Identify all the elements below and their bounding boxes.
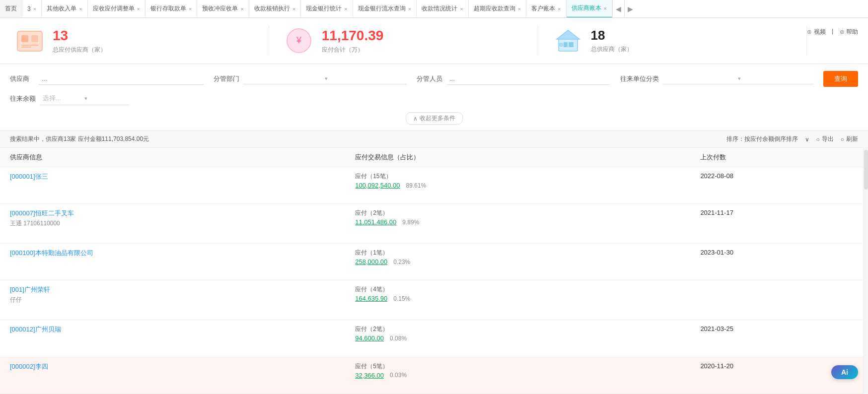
result-actions: 排序：按应付余额倒序排序 ∨ ○ 导出 ○ 刷新 [726, 135, 859, 143]
amount-row: 32,366.000.03% [355, 372, 680, 379]
supplier-link[interactable]: [000001]张三 [10, 173, 48, 180]
supplier-info-cell: [000100]本特勤油品有限公司 [0, 244, 345, 280]
tx-info-cell: 应付（2笔）94,600.000.08% [345, 320, 690, 357]
nav-tab-adjust[interactable]: 应收应付调整单 × [88, 0, 145, 18]
nav-prev-arrow[interactable]: ◀ [612, 0, 624, 18]
close-icon[interactable]: × [292, 6, 295, 12]
nav-tab-supplier-book-label: 供应商账本 [572, 4, 601, 12]
tx-label: 应付（2笔） [355, 209, 680, 217]
amount-value[interactable]: 164,635.90 [355, 295, 387, 302]
filter-supplier: 供应商 [10, 73, 204, 85]
payable-total-amount: 11,170.39 [322, 27, 384, 44]
balance-select-value: 选择... [43, 94, 84, 103]
filter-row-1: 供应商 分管部门 ▾ 分管人员 往来单位分类 ▾ [10, 71, 858, 87]
export-label: 导出 [822, 135, 834, 143]
page-container: 首页 3 × 其他收入单 × 应收应付调整单 × 银行存取款单 × 预收冲应收单… [0, 0, 868, 394]
top-right-links: ⊙ 视频 丨 ⊙ 帮助 [807, 26, 858, 36]
tx-label: 应付（5笔） [355, 362, 680, 371]
filter-person: 分管人员 [417, 73, 610, 85]
amount-value[interactable]: 258,000.00 [355, 258, 387, 265]
close-icon[interactable]: × [79, 6, 82, 12]
close-icon[interactable]: × [33, 6, 36, 12]
close-icon[interactable]: × [408, 6, 411, 12]
ai-button[interactable]: Ai [831, 365, 858, 379]
tx-info-cell: 应付（2笔）11,051,486.009.89% [345, 204, 690, 244]
summary-text-payable: 13 总应付供应商（家） [53, 27, 106, 55]
tx-info-cell: 应付（15笔）100,092,540.0089.61% [345, 167, 690, 204]
nav-tab-home[interactable]: 首页 [0, 0, 22, 18]
payable-suppliers-count: 13 [53, 27, 106, 44]
nav-tab-adjust-label: 应收应付调整单 [93, 4, 135, 13]
collapse-button[interactable]: ∧ 收起更多条件 [406, 112, 463, 125]
export-button[interactable]: ○ 导出 [816, 135, 834, 143]
dept-select[interactable]: ▾ [243, 73, 407, 84]
result-bar: 搜索结果中，供应商13家 应付金额111,703,854.00元 排序：按应付余… [0, 131, 868, 148]
nav-tab-other-income[interactable]: 其他收入单 × [42, 0, 87, 18]
close-icon[interactable]: × [604, 5, 607, 11]
refresh-icon: ○ [841, 136, 844, 143]
scrollbar-thumb[interactable] [864, 150, 868, 190]
amount-value[interactable]: 94,600.00 [355, 334, 384, 342]
dept-dropdown-arrow: ▾ [325, 75, 404, 82]
close-icon[interactable]: × [137, 6, 140, 12]
video-label: 视频 [814, 28, 826, 35]
last-payment-cell: 2021-03-25 [690, 320, 863, 357]
summary-item-payable-suppliers: 13 总应付供应商（家） [10, 26, 269, 56]
nav-tab-overdue[interactable]: 超期应收款查询 × [469, 0, 526, 18]
category-select[interactable]: ▾ [663, 73, 814, 84]
close-icon[interactable]: × [344, 6, 347, 12]
nav-tab-cash-flow[interactable]: 现金银行流水查询 × [353, 0, 417, 18]
tx-label: 应付（2笔） [355, 325, 680, 333]
close-icon[interactable]: × [189, 6, 192, 12]
balance-select[interactable]: 选择... ▾ [40, 92, 129, 105]
table-header-row: 供应商信息 应付交易信息（占比） 上次付数 [0, 148, 863, 167]
person-input[interactable] [446, 73, 610, 85]
supplier-link[interactable]: [000100]本特勤油品有限公司 [10, 249, 93, 257]
refresh-button[interactable]: ○ 刷新 [841, 135, 858, 143]
balance-dropdown-arrow: ▾ [84, 95, 126, 102]
amount-value[interactable]: 11,051,486.00 [355, 218, 396, 226]
nav-tab-3[interactable]: 3 × [22, 0, 42, 18]
help-label: 帮助 [846, 28, 858, 35]
person-label: 分管人员 [417, 74, 442, 83]
nav-tab-cash-stat[interactable]: 现金银行统计 × [301, 0, 353, 18]
summary-bar: 13 总应付供应商（家） ¥ 11,170.39 应付合计（万） [0, 18, 868, 64]
sort-arrow-icon[interactable]: ∨ [805, 136, 809, 143]
category-label: 往来单位分类 [620, 74, 659, 83]
nav-tab-receipt-stat[interactable]: 收款情况统计 × [417, 0, 468, 18]
nav-tab-3-label: 3 [27, 5, 31, 12]
close-icon[interactable]: × [558, 6, 561, 12]
nav-tab-prepay[interactable]: 预收冲应收单 × [197, 0, 249, 18]
amount-icon: ¥ [284, 26, 314, 56]
supplier-link[interactable]: [001]广州荣轩 [10, 286, 50, 293]
supplier-link[interactable]: [000002]李四 [10, 363, 48, 370]
video-link[interactable]: ⊙ 视频 [807, 28, 825, 36]
table-row: [000007]恒旺二手叉车王通 17106110000应付（2笔）11,051… [0, 204, 863, 244]
supplier-link[interactable]: [000012]广州贝瑞 [10, 326, 61, 333]
nav-tab-home-label: 首页 [5, 4, 17, 13]
amount-percentage: 9.89% [402, 219, 419, 226]
supplier-link[interactable]: [000007]恒旺二手叉车 [10, 209, 74, 217]
nav-tab-supplier-book[interactable]: 供应商账本 × [567, 0, 612, 18]
supplier-payable-icon [15, 26, 45, 56]
supplier-input[interactable] [39, 73, 204, 85]
nav-tab-customer-book[interactable]: 客户账本 × [526, 0, 566, 18]
amount-value[interactable]: 100,092,540.00 [355, 182, 400, 189]
result-info-text: 搜索结果中，供应商13家 应付金额111,703,854.00元 [10, 135, 726, 143]
filter-row-2: 往来余额 选择... ▾ [10, 92, 858, 105]
tx-label: 应付（4笔） [355, 285, 680, 294]
nav-next-arrow[interactable]: ▶ [624, 0, 636, 18]
amount-row: 100,092,540.0089.61% [355, 182, 680, 189]
close-icon[interactable]: × [460, 6, 463, 12]
table-row: [000001]张三应付（15笔）100,092,540.0089.61%202… [0, 167, 863, 204]
nav-tab-bank[interactable]: 银行存取款单 × [145, 0, 197, 18]
help-link[interactable]: ⊙ 帮助 [840, 28, 858, 36]
close-icon[interactable]: × [240, 6, 243, 12]
query-button[interactable]: 查询 [823, 71, 858, 87]
nav-tab-collection[interactable]: 收款核销执行 × [249, 0, 301, 18]
tx-info-cell: 应付（5笔）32,366.000.03% [345, 357, 690, 394]
nav-tab-cash-flow-label: 现金银行流水查询 [358, 4, 406, 13]
scrollbar-track[interactable] [863, 148, 868, 394]
close-icon[interactable]: × [518, 6, 521, 12]
amount-value[interactable]: 32,366.00 [355, 372, 384, 379]
